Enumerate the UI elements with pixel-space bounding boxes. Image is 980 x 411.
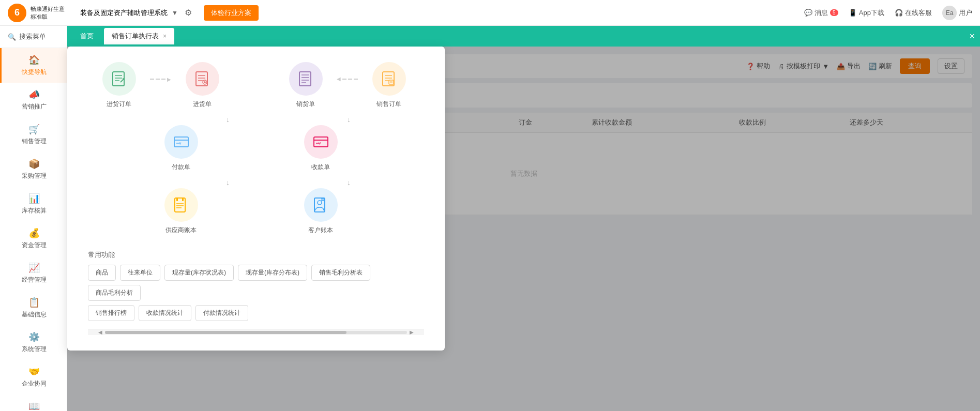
svg-rect-16 xyxy=(383,72,394,86)
flow-item-supplier-account[interactable]: 供应商账本 xyxy=(150,188,212,235)
tab-home-label: 首页 xyxy=(80,32,94,41)
logo-text: 畅康通好生意 标准版 xyxy=(31,5,65,20)
message-badge: 5 xyxy=(830,9,838,16)
sidebar-item-finance[interactable]: 💰 资金管理 xyxy=(0,221,67,256)
search-menu[interactable]: 🔍 搜索菜单 xyxy=(0,26,67,48)
system-name: 装备及固定资产辅助管理系统 xyxy=(80,8,168,18)
sidebar-item-business[interactable]: 📈 经营管理 xyxy=(0,256,67,291)
business-icon: 📈 xyxy=(28,262,40,273)
message-item[interactable]: 💬 消息 5 xyxy=(804,8,838,18)
flow-row-3: 供应商账本 xyxy=(88,188,424,235)
service-icon: 🎧 xyxy=(895,9,903,17)
flow-item-customer-account[interactable]: 客户账本 xyxy=(290,188,352,235)
func-btn-sales-rank[interactable]: 销售排行榜 xyxy=(88,305,134,321)
online-service-label: 在线客服 xyxy=(905,8,932,18)
flow-row-1: 进货订单 xyxy=(88,62,424,109)
arrow-rec-down: ↓ xyxy=(347,177,351,188)
flow-diagram: 进货订单 xyxy=(88,62,424,240)
svg-rect-20 xyxy=(389,80,394,84)
modal-overlay: 进货订单 xyxy=(67,47,980,411)
payment-bill-circle: ¥ xyxy=(164,125,198,159)
flow-item-purchase-bill[interactable]: 进货单 xyxy=(171,62,233,109)
system-dropdown-btn[interactable]: ▼ xyxy=(172,9,178,17)
func-btn-stock-dist[interactable]: 现存量(库存分布表) xyxy=(238,265,307,281)
enterprise-icon: 🤝 xyxy=(28,366,40,377)
sales-bill-circle xyxy=(289,62,323,96)
finance-icon: 💰 xyxy=(28,227,40,239)
sidebar-label-quick-nav: 快捷导航 xyxy=(22,68,47,77)
scroll-right-btn[interactable]: ▶ xyxy=(410,329,414,335)
arrow-pay-down: ↓ xyxy=(226,177,230,188)
svg-text:¥: ¥ xyxy=(318,141,321,146)
sidebar-item-system[interactable]: ⚙️ 系统管理 xyxy=(0,325,67,360)
flow-row-arrows: ↓ ↓ xyxy=(88,114,424,125)
receipt-bill-label: 收款单 xyxy=(311,163,330,172)
sidebar-item-basic[interactable]: 📋 基础信息 xyxy=(0,291,67,325)
message-icon: 💬 xyxy=(804,9,812,17)
system-settings-btn[interactable]: ⚙ xyxy=(185,8,192,18)
func-btn-goods[interactable]: 商品 xyxy=(88,265,116,281)
tab-close-all[interactable]: × xyxy=(969,31,975,42)
receipt-bill-circle: ¥ xyxy=(304,125,338,159)
tab-home[interactable]: 首页 xyxy=(72,26,101,47)
func-btn-receipt-stats[interactable]: 收款情况统计 xyxy=(139,305,191,321)
sidebar-item-sales[interactable]: 🛒 销售管理 xyxy=(0,117,67,152)
func-btn-sales-profit[interactable]: 销售毛利分析表 xyxy=(311,265,370,281)
scroll-left-btn[interactable]: ◀ xyxy=(98,329,102,335)
header-right: 💬 消息 5 📱 App下载 🎧 在线客服 Ea 用户 xyxy=(804,6,972,20)
sales-bill-icon xyxy=(297,70,315,88)
flow-item-purchase-order[interactable]: 进货订单 xyxy=(88,62,150,109)
page-content: ❓ 帮助 🖨 按模板打印 ▼ 📤 导出 🔄 刷新 查询 设置 xyxy=(67,47,980,411)
sidebar-item-purchase[interactable]: 📦 采购管理 xyxy=(0,152,67,187)
phone-icon: 📱 xyxy=(849,9,857,17)
purchase-order-icon xyxy=(110,70,128,88)
svg-point-38 xyxy=(318,201,322,205)
tab-close-btn[interactable]: × xyxy=(163,33,167,40)
user-item[interactable]: Ea 用户 xyxy=(942,6,972,20)
func-btn-payment-stats[interactable]: 付款情况统计 xyxy=(195,305,248,321)
supplier-account-label: 供应商账本 xyxy=(165,226,197,235)
sales-order-circle xyxy=(372,62,406,96)
logo-area: 6 畅康通好生意 标准版 xyxy=(8,4,75,22)
func-btn-stock-status[interactable]: 现存量(库存状况表) xyxy=(164,265,234,281)
tab-sales-order[interactable]: 销售订单执行表 × xyxy=(104,28,174,44)
experience-btn[interactable]: 体验行业方案 xyxy=(204,5,259,21)
basic-icon: 📋 xyxy=(28,297,40,308)
online-service-item[interactable]: 🎧 在线客服 xyxy=(895,8,932,18)
system-icon: ⚙️ xyxy=(28,331,40,343)
sidebar-label-enterprise: 企业协同 xyxy=(22,379,47,388)
main-layout: 🔍 搜索菜单 🏠 快捷导航 📣 营销推广 🛒 销售管理 📦 采购管理 📊 库存核… xyxy=(0,26,980,411)
purchase-order-label: 进货订单 xyxy=(107,100,131,109)
function-btns-row2: 销售排行榜 收款情况统计 付款情况统计 xyxy=(88,305,424,321)
sidebar-item-newbie[interactable]: 📖 新手引导 xyxy=(0,394,67,411)
supplier-account-icon xyxy=(172,196,190,214)
flow-item-payment-bill[interactable]: ¥ 付款单 xyxy=(150,125,212,172)
func-btn-contacts[interactable]: 往来单位 xyxy=(120,265,160,281)
sales-bill-label: 销货单 xyxy=(296,100,315,109)
sidebar-label-business: 经营管理 xyxy=(22,276,47,284)
func-btn-goods-profit[interactable]: 商品毛利分析 xyxy=(88,285,141,301)
sidebar-item-enterprise[interactable]: 🤝 企业协同 xyxy=(0,360,67,394)
sidebar-label-sales: 销售管理 xyxy=(22,137,47,146)
flow-item-sales-order[interactable]: 销售订单 xyxy=(358,62,420,109)
sidebar-item-inventory[interactable]: 📊 库存核算 xyxy=(0,187,67,221)
sidebar-label-finance: 资金管理 xyxy=(22,241,47,250)
svg-rect-27 xyxy=(314,137,328,147)
scrollbar-track[interactable] xyxy=(105,331,407,334)
common-functions-title: 常用功能 xyxy=(88,250,424,260)
purchase-bill-label: 进货单 xyxy=(193,100,212,109)
arrow-pb-down: ↓ xyxy=(226,114,230,125)
newbie-icon: 📖 xyxy=(28,401,40,411)
sidebar-item-quick-nav[interactable]: 🏠 快捷导航 xyxy=(0,48,67,83)
app-download-item[interactable]: 📱 App下载 xyxy=(849,8,884,18)
sidebar-item-marketing[interactable]: 📣 营销推广 xyxy=(0,83,67,117)
svg-text:¥: ¥ xyxy=(178,141,182,146)
arrow-po-to-pb xyxy=(150,75,171,96)
customer-account-label: 客户账本 xyxy=(308,226,333,235)
customer-account-icon xyxy=(312,196,330,214)
flow-row-arrows-2: ↓ ↓ xyxy=(88,177,424,188)
flow-item-sales-bill[interactable]: 销货单 xyxy=(275,62,337,109)
supplier-account-circle xyxy=(164,188,198,222)
receipt-bill-icon: ¥ xyxy=(312,133,330,151)
flow-item-receipt-bill[interactable]: ¥ 收款单 xyxy=(290,125,352,172)
